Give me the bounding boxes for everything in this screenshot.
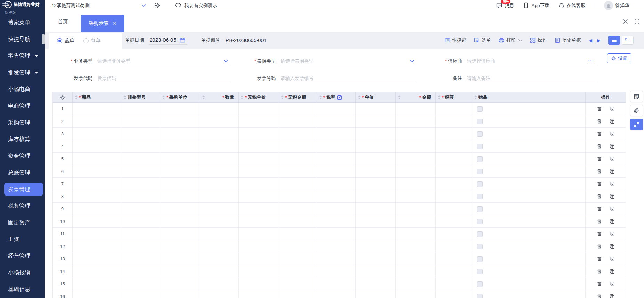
cell-数量[interactable] [200,290,239,298]
gift-checkbox[interactable] [477,131,483,137]
cell-税率[interactable] [317,140,356,152]
cell-数量[interactable] [200,228,239,240]
cell-税率[interactable] [317,265,356,278]
cell-税额[interactable] [436,253,472,265]
sidebar-scrollbar[interactable] [42,34,45,44]
cell-无税单价[interactable] [239,228,279,240]
cell-赠品[interactable] [472,240,586,253]
cell-数量[interactable] [200,153,239,165]
cell-金额[interactable] [396,278,436,290]
gift-checkbox[interactable] [477,106,483,112]
next-page-icon[interactable]: ▶ [597,38,601,43]
toolbar-action-4[interactable]: 操作 [530,37,547,43]
cell-单价[interactable] [356,203,396,215]
row-number-cell[interactable]: 16 [53,290,73,298]
delete-row-icon[interactable] [597,231,602,237]
cell-无税单价[interactable] [239,178,279,190]
insert-row-icon[interactable] [610,169,615,174]
gift-checkbox[interactable] [477,281,483,287]
delete-row-icon[interactable] [597,144,602,149]
cell-无税金额[interactable] [279,203,317,215]
sort-arrows-icon[interactable] [75,95,78,99]
insert-row-icon[interactable] [610,256,615,262]
field-input[interactable]: 请输入备注 [467,74,596,83]
cell-数量[interactable] [200,190,239,202]
cell-规格型号[interactable] [121,140,160,152]
attachment-button[interactable] [630,105,643,116]
column-header-赠品[interactable]: 赠品 [472,92,586,102]
cell-数量[interactable] [200,215,239,227]
gift-checkbox[interactable] [477,169,483,174]
gift-checkbox[interactable] [477,194,483,199]
row-number-cell[interactable]: 10 [53,215,73,227]
cell-赠品[interactable] [472,115,586,127]
cell-单价[interactable] [356,215,396,227]
cell-无税金额[interactable] [279,253,317,265]
cell-数量[interactable] [200,178,239,190]
sort-arrows-icon[interactable] [241,95,243,99]
cell-税率[interactable] [317,240,356,253]
cell-税额[interactable] [436,103,472,115]
cell-商品[interactable] [73,140,121,152]
cell-商品[interactable] [73,265,121,278]
field-input[interactable]: 请输入发票编号 [281,74,416,83]
cell-采购单位[interactable] [160,140,201,152]
edit-square-icon[interactable] [337,95,342,100]
sidebar-item-9[interactable]: 资金管理 [0,148,45,164]
prev-page-icon[interactable]: ◀ [589,38,592,43]
cell-税率[interactable] [317,278,356,290]
close-icon[interactable] [622,19,628,24]
cell-金额[interactable] [396,153,436,165]
cell-单价[interactable] [356,165,396,177]
cell-商品[interactable] [73,290,121,298]
column-header-操作[interactable]: 操作 [586,92,626,102]
cell-规格型号[interactable] [121,215,160,227]
cell-规格型号[interactable] [121,153,160,165]
date-field[interactable]: 2023-06-05 [149,36,187,45]
cell-数量[interactable] [200,128,239,140]
cell-税率[interactable] [317,115,356,127]
sidebar-item-1[interactable]: 搜索菜单 [0,14,45,31]
cell-税额[interactable] [436,115,472,127]
chevron-down-icon[interactable] [410,60,414,63]
field-input[interactable]: 请选择供应商··· [467,56,596,66]
cell-无税金额[interactable] [279,265,317,278]
close-icon[interactable] [113,22,117,25]
cell-无税金额[interactable] [279,140,317,152]
column-settings-gear-icon[interactable] [59,94,65,100]
cell-税额[interactable] [436,278,472,290]
row-number-cell[interactable]: 14 [53,265,73,278]
gear-icon[interactable] [154,2,160,8]
cell-商品[interactable] [73,215,121,227]
blue-invoice-radio[interactable]: 蓝单 [57,38,74,44]
cell-规格型号[interactable] [121,190,160,202]
cell-税率[interactable] [317,203,356,215]
column-header-规格型号[interactable]: 规格型号 [121,92,160,102]
calendar-icon[interactable] [180,37,185,43]
cell-无税单价[interactable] [239,265,279,278]
column-header-数量[interactable]: *数量 [200,92,239,102]
cell-单价[interactable] [356,153,396,165]
cell-金额[interactable] [396,240,436,253]
cell-赠品[interactable] [472,153,586,165]
insert-row-icon[interactable] [610,119,615,124]
cell-税率[interactable] [317,215,356,227]
cell-商品[interactable] [73,253,121,265]
gift-checkbox[interactable] [477,144,483,149]
cell-税率[interactable] [317,253,356,265]
row-number-cell[interactable]: 13 [53,253,73,265]
insert-row-icon[interactable] [610,194,615,199]
ellipsis-picker-icon[interactable]: ··· [588,58,594,64]
cell-赠品[interactable] [472,165,586,177]
cell-采购单位[interactable] [160,115,201,127]
sidebar-item-17[interactable]: 基础信息 [0,281,45,298]
cell-商品[interactable] [73,178,121,190]
field-input[interactable]: 请选择业务类型 [97,56,230,66]
gift-checkbox[interactable] [477,206,483,212]
delete-row-icon[interactable] [597,206,602,212]
red-invoice-radio[interactable]: 红单 [83,38,101,44]
gift-checkbox[interactable] [477,269,483,274]
cell-金额[interactable] [396,265,436,278]
cell-规格型号[interactable] [121,178,160,190]
delete-row-icon[interactable] [597,169,602,174]
